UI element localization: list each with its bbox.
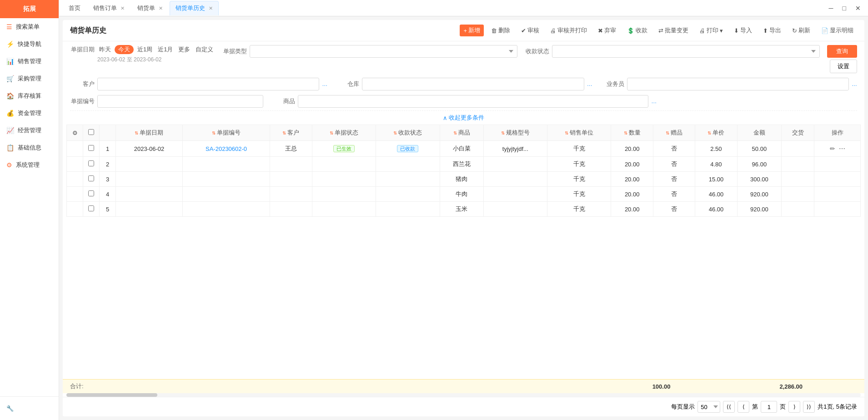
customer-input[interactable] xyxy=(97,78,319,90)
page-number-input[interactable] xyxy=(761,401,777,413)
doc-no-link[interactable]: SA-20230602-0 xyxy=(206,145,247,152)
more-op-button[interactable]: ⋯ xyxy=(837,144,847,153)
payment-status-select[interactable] xyxy=(552,45,820,58)
audit-button[interactable]: ✔ 审核 xyxy=(517,25,543,36)
row-check-cell[interactable] xyxy=(83,172,100,187)
page-first-button[interactable]: ⟨⟨ xyxy=(723,401,735,413)
export-label: 导出 xyxy=(769,26,781,35)
row-num-cell: 5 xyxy=(100,202,116,217)
doc-type-select[interactable] xyxy=(250,45,517,58)
horizontal-scrollbar[interactable] xyxy=(66,393,861,397)
date-shortcut-yesterday[interactable]: 昨天 xyxy=(97,45,113,54)
discard-button[interactable]: ✖ 弃审 xyxy=(594,25,620,36)
delete-button[interactable]: 🗑 删除 xyxy=(487,25,514,36)
doc-no-input[interactable] xyxy=(97,95,263,108)
row-price-cell: 2.50 xyxy=(695,141,737,157)
row-amount-cell: 920.00 xyxy=(737,202,782,217)
delete-icon: 🗑 xyxy=(491,27,497,34)
collapse-button[interactable]: ∧ 收起更多条件 xyxy=(443,114,484,122)
row-checkbox[interactable] xyxy=(88,175,94,181)
tab-sales-goods[interactable]: 销货单 ✕ xyxy=(131,1,169,15)
select-all-checkbox[interactable] xyxy=(88,129,94,135)
th-gift[interactable]: ⇅赠品 xyxy=(653,125,695,141)
sidebar-item-purchase-mgmt[interactable]: 🛒 采购管理 xyxy=(0,70,59,87)
batch-change-button[interactable]: ⇄ 批量变更 xyxy=(655,25,692,36)
date-shortcut-month[interactable]: 近1月 xyxy=(156,45,175,54)
sidebar-item-sales-mgmt[interactable]: 📊 销售管理 xyxy=(0,53,59,70)
row-check-cell[interactable] xyxy=(83,157,100,172)
th-check[interactable] xyxy=(83,125,100,141)
row-settings-cell xyxy=(67,157,83,172)
th-goods[interactable]: ⇅商品 xyxy=(440,125,483,141)
date-shortcut-more[interactable]: 更多 xyxy=(176,45,192,54)
date-shortcut-custom[interactable]: 自定义 xyxy=(194,45,215,54)
page-size-select[interactable]: 50 100 xyxy=(697,401,720,413)
date-shortcut-week[interactable]: 近1周 xyxy=(135,45,154,54)
th-doc-date[interactable]: ⇅单据日期 xyxy=(116,125,183,141)
sidebar-item-system-mgmt[interactable]: ⚙ 系统管理 xyxy=(0,156,59,174)
th-doc-no[interactable]: ⇅单据编号 xyxy=(182,125,270,141)
th-price[interactable]: ⇅单价 xyxy=(695,125,737,141)
goods-input[interactable] xyxy=(298,95,649,108)
th-qty[interactable]: ⇅数量 xyxy=(611,125,653,141)
date-shortcut-today[interactable]: 今天 xyxy=(115,45,134,54)
row-checkbox[interactable] xyxy=(88,190,94,196)
show-detail-button[interactable]: 📄 显示明细 xyxy=(818,25,857,36)
row-check-cell[interactable] xyxy=(83,187,100,202)
row-settings-cell xyxy=(67,202,83,217)
salesperson-dots[interactable]: … xyxy=(852,81,857,87)
row-pay-status-cell xyxy=(376,202,440,217)
import-icon: ⬇ xyxy=(734,27,739,34)
window-close-button[interactable]: ✕ xyxy=(852,3,864,14)
query-button[interactable]: 查询 xyxy=(827,45,857,58)
salesperson-input[interactable] xyxy=(627,78,849,90)
th-customer[interactable]: ⇅客户 xyxy=(270,125,312,141)
sidebar-item-base-info[interactable]: 📋 基础信息 xyxy=(0,139,59,156)
row-check-cell[interactable] xyxy=(83,141,100,157)
th-settings[interactable]: ⚙ xyxy=(67,125,83,141)
tab-sales-order[interactable]: 销售订单 ✕ xyxy=(87,1,130,15)
row-checkbox[interactable] xyxy=(88,145,94,151)
tab-sales-history[interactable]: 销货单历史 ✕ xyxy=(170,1,219,15)
tab-home[interactable]: 首页 xyxy=(63,1,86,15)
setting-button[interactable]: 设置 xyxy=(830,60,857,73)
collect-button[interactable]: 💲 收款 xyxy=(623,25,651,36)
warehouse-input[interactable] xyxy=(362,78,584,90)
page-prev-button[interactable]: ⟨ xyxy=(738,401,749,413)
row-checkbox[interactable] xyxy=(88,205,94,211)
th-pay-status[interactable]: ⇅收款状态 xyxy=(376,125,440,141)
tab-bar: 首页 销售订单 ✕ 销货单 ✕ 销货单历史 ✕ ─ □ ✕ xyxy=(59,0,868,16)
sidebar-item-finance-mgmt[interactable]: 💰 资金管理 xyxy=(0,105,59,122)
customer-dots[interactable]: … xyxy=(322,81,327,87)
scrollbar-thumb[interactable] xyxy=(66,393,157,397)
row-check-cell[interactable] xyxy=(83,202,100,217)
tab-sales-order-close[interactable]: ✕ xyxy=(120,5,125,11)
page-last-button[interactable]: ⟩⟩ xyxy=(803,401,815,413)
page-next-button[interactable]: ⟩ xyxy=(788,401,800,413)
th-spec[interactable]: ⇅规格型号 xyxy=(483,125,547,141)
new-button[interactable]: + 新增 xyxy=(460,25,484,36)
warehouse-dots[interactable]: … xyxy=(587,81,592,87)
th-unit[interactable]: ⇅销售单位 xyxy=(547,125,611,141)
sidebar-item-quick-nav[interactable]: ⚡ 快捷导航 xyxy=(0,35,59,53)
row-checkbox[interactable] xyxy=(88,160,94,166)
print-button[interactable]: 🖨 打印 ▾ xyxy=(696,25,727,36)
salesperson-field: 业务员 … xyxy=(600,78,857,90)
refresh-button[interactable]: ↻ 刷新 xyxy=(788,25,814,36)
tab-sales-history-close[interactable]: ✕ xyxy=(209,5,213,11)
th-doc-status[interactable]: ⇅单据状态 xyxy=(312,125,376,141)
goods-dots[interactable]: … xyxy=(651,98,657,105)
sidebar-item-search-menu[interactable]: ☰ 搜索菜单 xyxy=(0,18,59,35)
audit-print-button[interactable]: 🖨 审核并打印 xyxy=(547,25,591,36)
export-button[interactable]: ⬆ 导出 xyxy=(759,25,785,36)
tab-sales-goods-close[interactable]: ✕ xyxy=(159,5,163,11)
sidebar-bottom-settings[interactable]: 🔧 xyxy=(0,400,59,416)
window-maximize-button[interactable]: □ xyxy=(839,3,850,14)
row-gift-cell: 否 xyxy=(653,172,695,187)
import-button[interactable]: ⬇ 导入 xyxy=(730,25,756,36)
window-minimize-button[interactable]: ─ xyxy=(825,3,837,14)
edit-op-button[interactable]: ✏ xyxy=(828,144,837,153)
sidebar-item-operation-mgmt[interactable]: 📈 经营管理 xyxy=(0,122,59,139)
sidebar-item-inventory[interactable]: 🏠 库存核算 xyxy=(0,87,59,105)
table-row: 2 西兰花 千克 20.00 否 4.80 96.00 xyxy=(67,157,861,172)
